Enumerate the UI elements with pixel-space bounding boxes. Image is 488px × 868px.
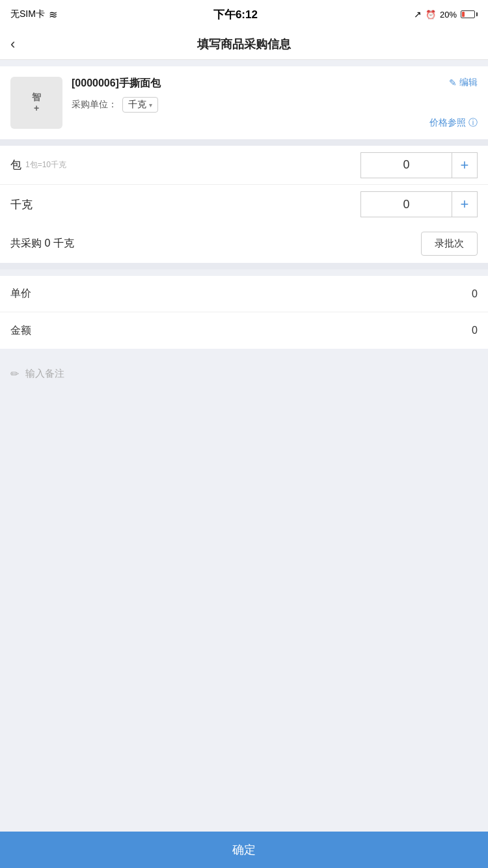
summary-row: 共采购 0 千克 录批次 [0,224,488,263]
status-time: 下午6:12 [213,7,258,22]
unit-label: 采购单位： [72,99,117,111]
battery-percent: 20% [440,10,457,20]
product-info: [0000006]手撕面包 采购单位： 千克 ▾ [72,77,478,113]
bao-sublabel: 1包=10千克 [25,159,360,170]
confirm-button[interactable]: 确定 [0,832,488,868]
product-logo: 智+ [32,92,41,114]
unit-value: 千克 [128,99,146,111]
status-right: ↗ ⏰ 20% [414,9,478,20]
wifi-icon [49,8,57,21]
unit-price-row: 单价 0 [0,276,488,312]
edit-pencil-icon: ✎ [449,77,457,88]
amount-label: 金额 [10,324,472,338]
summary-unit: 千克 [53,237,74,249]
chevron-down-icon: ▾ [149,102,152,109]
info-icon: ⓘ [468,117,478,129]
nav-bar: ‹ 填写商品采购信息 [0,29,488,60]
kg-label: 千克 [10,197,33,212]
amount-row: 金额 0 [0,312,488,349]
price-section: 单价 0 金额 0 [0,276,488,349]
note-placeholder: 输入备注 [25,368,64,380]
edit-button[interactable]: ✎ 编辑 [449,77,478,88]
bao-input-row: 包 1包=10千克 + [0,146,488,185]
product-card: 智+ [0000006]手撕面包 采购单位： 千克 ▾ ✎ 编辑 价格参照 ⓘ [0,66,488,139]
main-content: 智+ [0000006]手撕面包 采购单位： 千克 ▾ ✎ 编辑 价格参照 ⓘ … [0,60,488,868]
price-ref-button[interactable]: 价格参照 ⓘ [429,117,478,129]
kg-input-row: 千克 + [0,185,488,224]
summary-amount: 0 [44,237,50,249]
unit-price-value: 0 [472,288,478,300]
note-section[interactable]: ✏ 输入备注 [0,355,488,392]
back-button[interactable]: ‹ [10,36,36,53]
content-filler [0,392,488,832]
bao-input-field: + [360,152,478,178]
location-icon: ↗ [414,9,422,20]
edit-label: 编辑 [459,77,478,88]
battery-icon [461,10,478,18]
bao-label: 包 [10,157,21,172]
kg-plus-button[interactable]: + [452,191,478,217]
sim-label: 无SIM卡 [10,8,45,20]
status-bar: 无SIM卡 下午6:12 ↗ ⏰ 20% [0,0,488,29]
product-name: [0000006]手撕面包 [72,77,478,90]
summary-label: 共采购 0 千克 [10,237,421,251]
section-divider-2 [0,263,488,269]
pencil-icon: ✏ [10,368,19,380]
bao-qty-input[interactable] [360,152,452,178]
unit-selector[interactable]: 千克 ▾ [122,97,158,113]
alarm-icon: ⏰ [426,10,436,20]
page-title: 填写商品采购信息 [197,36,291,52]
product-unit-row: 采购单位： 千克 ▾ [72,97,478,113]
status-left: 无SIM卡 [10,8,57,21]
unit-price-label: 单价 [10,287,472,301]
kg-input-field: + [360,191,478,217]
price-ref-label: 价格参照 [429,117,466,129]
amount-value: 0 [472,325,478,336]
batch-button[interactable]: 录批次 [421,232,478,256]
product-image: 智+ [10,77,62,129]
input-section: 包 1包=10千克 + 千克 + [0,146,488,224]
kg-qty-input[interactable] [360,191,452,217]
section-divider-1 [0,139,488,146]
bao-plus-button[interactable]: + [452,152,478,178]
